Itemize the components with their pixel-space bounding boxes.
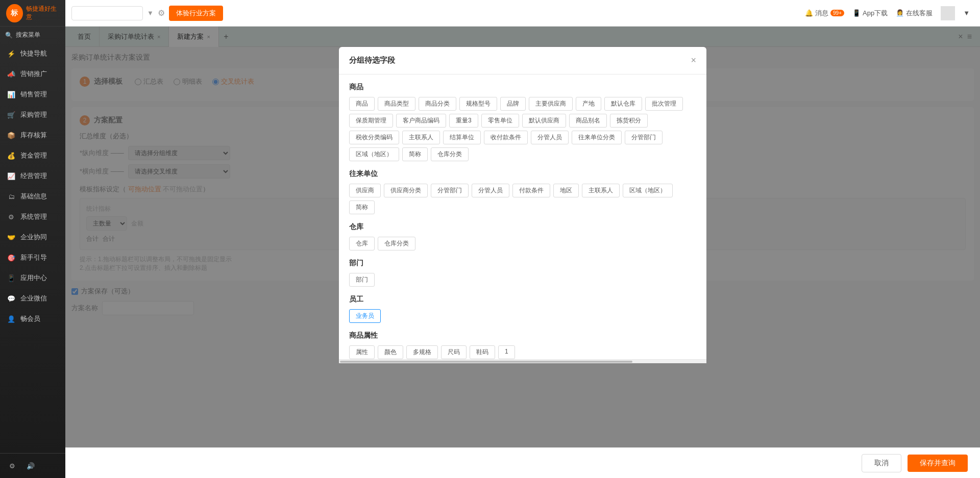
field-tag-origin[interactable]: 产地 bbox=[576, 97, 601, 111]
sidebar-item-purchase[interactable]: 🛒 采购管理 bbox=[0, 105, 65, 125]
logo-icon: 标 bbox=[6, 4, 23, 22]
field-tag-attr[interactable]: 属性 bbox=[349, 345, 375, 359]
field-tag-color[interactable]: 颜色 bbox=[378, 345, 403, 359]
sidebar-item-guide[interactable]: 🎯 新手引导 bbox=[0, 247, 65, 268]
field-tag-settlement-unit[interactable]: 结算单位 bbox=[443, 131, 481, 144]
field-tag-goods-alias[interactable]: 商品别名 bbox=[569, 114, 607, 128]
download-item[interactable]: 📱 App下载 bbox=[852, 9, 888, 18]
field-tag-short-name2[interactable]: 简称 bbox=[349, 200, 375, 214]
product-attrs-group-title: 商品属性 bbox=[349, 331, 696, 340]
field-tag-mgmt-dept[interactable]: 分管部门 bbox=[625, 131, 663, 144]
field-tag-payment-terms[interactable]: 收付款条件 bbox=[484, 131, 528, 144]
field-tag-customer-code[interactable]: 客户商品编码 bbox=[396, 114, 446, 128]
modal-close-btn[interactable]: × bbox=[691, 55, 696, 66]
field-tag-quality-mgmt[interactable]: 保质期管理 bbox=[349, 114, 393, 128]
sidebar-item-cooperation[interactable]: 🤝 企业协同 bbox=[0, 227, 65, 247]
topbar-search-input[interactable] bbox=[71, 6, 143, 20]
product-attrs-fields: 属性 颜色 多规格 尺码 鞋码 1 bbox=[349, 345, 696, 359]
sidebar-item-app-center[interactable]: 📱 应用中心 bbox=[0, 268, 65, 288]
field-tag-shoe-size[interactable]: 鞋码 bbox=[470, 345, 495, 359]
field-tag-weight3[interactable]: 重量3 bbox=[449, 114, 478, 128]
field-tag-region-district2[interactable]: 区域（地区） bbox=[623, 184, 673, 197]
field-tag-manager2[interactable]: 分管人员 bbox=[472, 184, 509, 197]
field-tag-dept[interactable]: 部门 bbox=[349, 273, 375, 287]
topbar: ▼ ⚙ 体验行业方案 🔔 消息 99+ 📱 App下载 👩‍💼 在线客服 ▼ bbox=[65, 0, 980, 27]
sidebar-item-finance[interactable]: 💰 资金管理 bbox=[0, 145, 65, 166]
settings-icon[interactable]: ⚙ bbox=[5, 459, 19, 473]
sidebar-item-label: 经营管理 bbox=[20, 171, 47, 181]
field-tag-warehouse-category[interactable]: 仓库分类 bbox=[431, 147, 469, 161]
field-tag-dept2[interactable]: 分管部门 bbox=[431, 184, 469, 197]
cancel-button[interactable]: 取消 bbox=[862, 454, 901, 472]
field-tag-brand[interactable]: 品牌 bbox=[500, 97, 526, 111]
product-fields: 商品 商品类型 商品分类 规格型号 品牌 主要供应商 产地 默认仓库 批次管理 … bbox=[349, 97, 696, 161]
operations-icon: 📈 bbox=[6, 171, 16, 181]
sidebar-item-marketing[interactable]: 📣 营销推广 bbox=[0, 64, 65, 84]
field-tag-default-supplier[interactable]: 默认供应商 bbox=[522, 114, 566, 128]
field-tag-batch-mgmt[interactable]: 批次管理 bbox=[645, 97, 683, 111]
counterpart-fields: 供应商 供应商分类 分管部门 分管人员 付款条件 地区 主联系人 区域（地区） … bbox=[349, 184, 696, 214]
service-icon: 👩‍💼 bbox=[896, 9, 904, 17]
field-tag-warehouse[interactable]: 仓库 bbox=[349, 237, 375, 250]
field-tag-goods[interactable]: 商品 bbox=[349, 97, 375, 111]
service-item[interactable]: 👩‍💼 在线客服 bbox=[896, 9, 933, 18]
field-tag-src-unit-category[interactable]: 往来单位分类 bbox=[572, 131, 622, 144]
field-tag-goods-type[interactable]: 商品类型 bbox=[378, 97, 415, 111]
topbar-settings-icon[interactable]: ⚙ bbox=[158, 8, 165, 18]
audio-icon[interactable]: 🔊 bbox=[23, 459, 38, 473]
sidebar-item-system[interactable]: ⚙ 系统管理 bbox=[0, 207, 65, 227]
sidebar-item-quick-nav[interactable]: ⚡ 快捷导航 bbox=[0, 43, 65, 64]
field-tag-salesperson[interactable]: 业务员 bbox=[349, 309, 381, 323]
guide-icon: 🎯 bbox=[6, 253, 16, 263]
sidebar-item-inventory[interactable]: 📦 库存核算 bbox=[0, 125, 65, 145]
field-tag-contact2[interactable]: 主联系人 bbox=[582, 184, 620, 197]
logo-text: 畅捷通好生意 bbox=[26, 5, 59, 21]
field-tag-short-name[interactable]: 简称 bbox=[402, 147, 428, 161]
modal-header: 分组待选字段 × bbox=[339, 47, 706, 74]
modal-scrollbar[interactable] bbox=[339, 359, 706, 363]
field-tag-spec-type[interactable]: 规格型号 bbox=[459, 97, 497, 111]
employee-fields: 业务员 bbox=[349, 309, 696, 323]
sidebar-item-member[interactable]: 👤 畅会员 bbox=[0, 309, 65, 329]
cooperation-icon: 🤝 bbox=[6, 232, 16, 242]
member-icon: 👤 bbox=[6, 314, 16, 324]
field-tag-main-supplier[interactable]: 主要供应商 bbox=[529, 97, 573, 111]
experience-btn[interactable]: 体验行业方案 bbox=[169, 6, 223, 21]
field-tag-main-contact[interactable]: 主联系人 bbox=[402, 131, 440, 144]
field-tag-default-warehouse[interactable]: 默认仓库 bbox=[604, 97, 642, 111]
user-menu[interactable]: ▼ bbox=[963, 9, 970, 17]
field-tag-tax-code[interactable]: 税收分类编码 bbox=[349, 131, 399, 144]
field-tag-supplier-category[interactable]: 供应商分类 bbox=[384, 184, 428, 197]
notification-item[interactable]: 🔔 消息 99+ bbox=[805, 9, 844, 18]
sidebar-item-sales[interactable]: 📊 销售管理 bbox=[0, 84, 65, 105]
basic-info-icon: 🗂 bbox=[6, 191, 16, 202]
field-tag-goods-category[interactable]: 商品分类 bbox=[419, 97, 456, 111]
field-tag-pick-points[interactable]: 拣货积分 bbox=[610, 114, 648, 128]
field-tag-region2[interactable]: 地区 bbox=[553, 184, 579, 197]
sidebar-item-label: 销售管理 bbox=[20, 90, 47, 99]
field-tag-warehouse-cat[interactable]: 仓库分类 bbox=[378, 237, 415, 250]
field-tag-manager[interactable]: 分管人员 bbox=[531, 131, 569, 144]
topbar-dropdown-arrow[interactable]: ▼ bbox=[147, 9, 154, 17]
system-icon: ⚙ bbox=[6, 212, 16, 222]
field-tag-region-district[interactable]: 区域（地区） bbox=[349, 147, 399, 161]
sidebar-item-basic-info[interactable]: 🗂 基础信息 bbox=[0, 186, 65, 207]
field-tag-size[interactable]: 尺码 bbox=[441, 345, 467, 359]
sidebar-search[interactable]: 🔍 搜索菜单 bbox=[0, 27, 65, 43]
field-tag-payment-cond[interactable]: 付款条件 bbox=[512, 184, 550, 197]
field-tag-supplier[interactable]: 供应商 bbox=[349, 184, 381, 197]
sidebar-item-wechat[interactable]: 💬 企业微信 bbox=[0, 288, 65, 309]
field-group-counterpart: 往来单位 供应商 供应商分类 分管部门 分管人员 付款条件 地区 主联系人 区域… bbox=[349, 169, 696, 214]
user-avatar[interactable] bbox=[941, 6, 955, 20]
field-tag-custom1[interactable]: 1 bbox=[498, 345, 515, 359]
field-group-product: 商品 商品 商品类型 商品分类 规格型号 品牌 主要供应商 产地 默认仓库 批次… bbox=[349, 83, 696, 161]
field-tag-retail-unit[interactable]: 零售单位 bbox=[481, 114, 519, 128]
app-center-icon: 📱 bbox=[6, 273, 16, 283]
sidebar-item-label: 采购管理 bbox=[20, 110, 47, 119]
field-tag-multi-spec[interactable]: 多规格 bbox=[406, 345, 438, 359]
modal-body[interactable]: 商品 商品 商品类型 商品分类 规格型号 品牌 主要供应商 产地 默认仓库 批次… bbox=[339, 74, 706, 359]
save-button[interactable]: 保存并查询 bbox=[908, 455, 968, 472]
sidebar-item-operations[interactable]: 📈 经营管理 bbox=[0, 166, 65, 186]
warehouse-group-title: 仓库 bbox=[349, 222, 696, 232]
wechat-icon: 💬 bbox=[6, 293, 16, 304]
